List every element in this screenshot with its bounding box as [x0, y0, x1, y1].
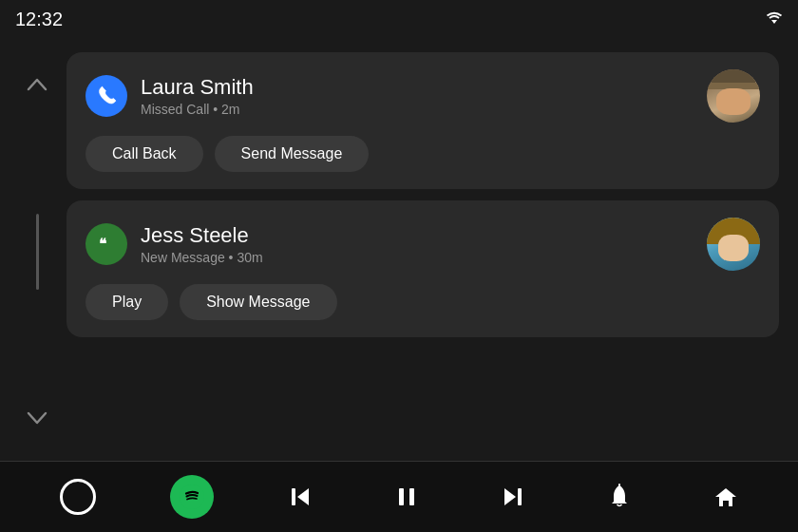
- home-button[interactable]: [52, 471, 104, 522]
- prev-track-icon: [288, 484, 313, 509]
- more-button[interactable]: [706, 477, 746, 517]
- svg-marker-3: [297, 488, 309, 505]
- home-circle-icon: [60, 479, 96, 515]
- call-back-button[interactable]: Call Back: [86, 136, 203, 172]
- bell-icon: [607, 484, 632, 510]
- message-icon: ❝: [86, 223, 127, 265]
- jess-actions: Play Show Message: [86, 284, 760, 320]
- wifi-icon: [766, 10, 783, 28]
- scroll-controls: [19, 48, 55, 456]
- scroll-down-button[interactable]: [19, 400, 55, 437]
- svg-marker-0: [771, 20, 777, 24]
- svg-marker-7: [504, 488, 516, 505]
- svg-text:❝: ❝: [99, 237, 106, 252]
- card-info-laura: Laura Smith Missed Call • 2m: [141, 75, 694, 117]
- laura-subtitle: Missed Call • 2m: [141, 102, 694, 117]
- card-header-laura: Laura Smith Missed Call • 2m: [86, 69, 760, 123]
- laura-name: Laura Smith: [141, 75, 694, 100]
- show-message-button[interactable]: Show Message: [180, 284, 336, 320]
- send-message-button[interactable]: Send Message: [215, 136, 370, 172]
- svg-point-2: [180, 484, 204, 509]
- status-bar: 12:32: [0, 0, 798, 38]
- card-header-jess: ❝ Jess Steele New Message • 30m: [86, 218, 760, 271]
- svg-rect-4: [292, 488, 295, 505]
- jess-name: Jess Steele: [141, 223, 694, 248]
- notifications-area: Laura Smith Missed Call • 2m Call Back S…: [66, 43, 779, 456]
- scroll-divider: [36, 214, 39, 290]
- card-info-jess: Jess Steele New Message • 30m: [141, 223, 694, 265]
- bell-button[interactable]: [599, 476, 639, 518]
- spotify-icon: [179, 484, 205, 510]
- svg-rect-9: [618, 484, 620, 486]
- laura-actions: Call Back Send Message: [86, 136, 760, 172]
- phone-icon: [86, 75, 127, 117]
- play-button[interactable]: Play: [86, 284, 168, 320]
- laura-avatar: [707, 69, 760, 123]
- jess-subtitle: New Message • 30m: [141, 250, 694, 265]
- next-track-icon: [501, 484, 525, 509]
- spotify-button[interactable]: [170, 475, 214, 519]
- notification-card-jess: ❝ Jess Steele New Message • 30m Play Sho…: [66, 200, 779, 337]
- svg-rect-8: [518, 488, 522, 505]
- svg-rect-6: [409, 488, 414, 505]
- notification-card-laura: Laura Smith Missed Call • 2m Call Back S…: [66, 52, 779, 189]
- next-track-button[interactable]: [493, 477, 533, 517]
- prev-track-button[interactable]: [280, 477, 320, 517]
- svg-rect-5: [399, 488, 404, 505]
- status-time: 12:32: [15, 9, 63, 30]
- more-icon: [713, 484, 738, 509]
- pause-icon: [394, 484, 419, 509]
- scroll-up-button[interactable]: [19, 66, 55, 104]
- jess-avatar: [707, 218, 760, 271]
- bottom-nav: [0, 461, 798, 532]
- pause-button[interactable]: [387, 477, 427, 517]
